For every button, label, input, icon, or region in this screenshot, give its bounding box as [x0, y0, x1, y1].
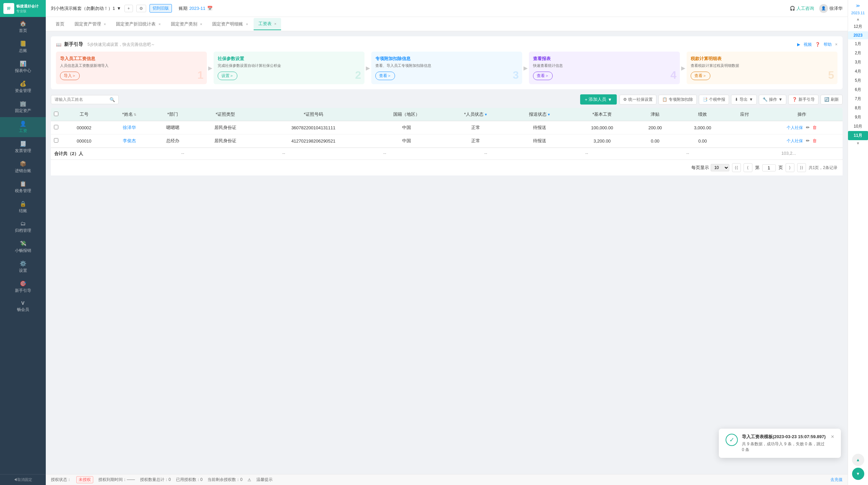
export-btn[interactable]: ⬇ 导出 ▼: [731, 95, 757, 105]
edit-icon[interactable]: ✏: [806, 125, 810, 130]
month-mar[interactable]: 3月: [848, 58, 868, 67]
row-checkbox-cell[interactable]: [51, 134, 61, 148]
month-jul[interactable]: 7月: [848, 94, 868, 104]
refresh-btn[interactable]: 🔄 刷新: [821, 95, 843, 105]
tab-asset-detail[interactable]: 固定资产明细账 ×: [208, 18, 253, 30]
warning-icon: ⚠: [248, 478, 251, 482]
unpin-button[interactable]: ◀取消固定: [0, 474, 46, 485]
tab-asset-category[interactable]: 固定资产类别 ×: [166, 18, 207, 30]
user-menu[interactable]: 👤 徐泽华: [819, 4, 843, 13]
month-jan[interactable]: 1月: [848, 39, 868, 49]
calendar-icon[interactable]: 📅: [207, 6, 213, 11]
add-account-button[interactable]: +: [124, 5, 133, 12]
tab-payroll[interactable]: 工资表 ×: [254, 18, 281, 30]
search-input[interactable]: [55, 97, 108, 102]
month-apr[interactable]: 4月: [848, 67, 868, 76]
row-checkbox-cell[interactable]: [51, 121, 61, 134]
panel-collapse-btn[interactable]: ≫: [854, 2, 862, 10]
sidebar-item-inventory[interactable]: 📦 进销台账: [0, 157, 46, 177]
page-input[interactable]: [762, 164, 776, 171]
tab-fixed-assets[interactable]: 固定资产管理 ×: [70, 18, 111, 30]
old-version-button[interactable]: 切到旧版: [150, 4, 172, 13]
step-4-btn[interactable]: 查看＞: [533, 72, 553, 80]
col-name[interactable]: *姓名 ⇅: [107, 108, 151, 121]
tab-close-icon[interactable]: ×: [104, 22, 106, 26]
tab-close-icon[interactable]: ×: [200, 22, 202, 26]
sidebar-item-funds[interactable]: 💰 资金管理: [0, 77, 46, 97]
employee-name-link[interactable]: 徐泽华: [123, 125, 136, 130]
step-2-btn[interactable]: 设置＞: [218, 72, 237, 80]
period-value[interactable]: 2023-11: [189, 6, 205, 11]
social-security-op-link[interactable]: 个人社保: [787, 138, 803, 143]
sidebar-item-reports[interactable]: 📊 报表中心: [0, 57, 46, 77]
add-employee-button[interactable]: + 添加人员 ▼: [580, 94, 617, 105]
month-feb[interactable]: 2月: [848, 49, 868, 58]
guide-close-button[interactable]: ×: [835, 42, 837, 47]
sidebar-item-member[interactable]: V 畅会员: [0, 297, 46, 316]
sidebar-item-tax[interactable]: 📋 税务管理: [0, 177, 46, 197]
select-all-header[interactable]: [51, 108, 61, 121]
step-3-btn[interactable]: 查看＞: [375, 72, 395, 80]
toast-close-button[interactable]: ×: [831, 434, 834, 440]
sidebar-item-archives[interactable]: 🗂 归档管理: [0, 217, 46, 237]
sidebar-item-fixed-assets[interactable]: 🏢 固定资产: [0, 97, 46, 117]
tab-home[interactable]: 首页: [51, 18, 69, 30]
sidebar-item-invoices[interactable]: 🧾 发票管理: [0, 137, 46, 157]
tab-depreciation[interactable]: 固定资产折旧统计表 ×: [111, 18, 165, 30]
employee-name-link[interactable]: 李俊杰: [123, 138, 136, 143]
panel-action-down[interactable]: ▼: [852, 468, 864, 480]
sidebar-item-ledger[interactable]: 📒 总账: [0, 37, 46, 57]
edit-icon[interactable]: ✏: [806, 138, 810, 143]
page-size-select[interactable]: 10 20 50 100: [711, 164, 729, 171]
sidebar-item-label: 结账: [19, 208, 27, 214]
tabbar: 首页 固定资产管理 × 固定资产折旧统计表 × 固定资产类别 × 固定资产明细账…: [46, 17, 848, 31]
operation-btn[interactable]: 🔧 操作 ▼: [759, 95, 786, 105]
row-checkbox[interactable]: [54, 125, 58, 129]
tab-close-icon[interactable]: ×: [246, 22, 248, 26]
sidebar-item-guide[interactable]: 🎯 新手引导: [0, 277, 46, 297]
delete-icon[interactable]: 🗑: [812, 138, 817, 143]
select-all-checkbox[interactable]: [54, 112, 58, 116]
step-5-btn[interactable]: 查看＞: [691, 72, 710, 80]
tax-report-btn[interactable]: 📑 个税申报: [699, 95, 729, 105]
search-box[interactable]: 🔍: [51, 95, 119, 104]
sidebar-item-home[interactable]: 🏠 首页: [0, 17, 46, 37]
row-checkbox[interactable]: [54, 138, 58, 143]
social-security-btn[interactable]: ⚙ 统一社保设置: [619, 95, 656, 105]
tab-close-icon[interactable]: ×: [274, 22, 276, 26]
month-oct[interactable]: 10月: [848, 122, 868, 131]
next-page-button[interactable]: ⟩: [786, 163, 794, 172]
invoices-icon: 🧾: [20, 141, 26, 147]
social-security-op-link[interactable]: 个人社保: [787, 125, 803, 130]
service-button[interactable]: 🎧 人工咨询: [790, 5, 814, 12]
month-sep[interactable]: 9月: [848, 113, 868, 122]
guide-btn[interactable]: ❓ 新手引导: [788, 95, 818, 105]
sidebar-item-expense[interactable]: 💸 小畅报销: [0, 237, 46, 257]
col-report-status[interactable]: 报送状态 ▼: [509, 108, 571, 121]
month-nov-current[interactable]: 11月: [848, 131, 868, 140]
settings-button[interactable]: ⚙: [136, 5, 146, 12]
month-jun[interactable]: 6月: [848, 85, 868, 94]
charge-link[interactable]: 去充值: [830, 477, 843, 483]
video-link[interactable]: 视频: [804, 42, 812, 48]
panel-action-up[interactable]: ▲: [852, 454, 864, 466]
tab-label: 固定资产折旧统计表: [116, 21, 156, 27]
first-page-button[interactable]: ⟨⟨: [732, 163, 741, 172]
year-next-button[interactable]: ▼: [848, 140, 868, 146]
step-1-btn[interactable]: 导入＞: [60, 72, 80, 80]
tab-close-icon[interactable]: ×: [158, 22, 160, 26]
account-selector[interactable]: 刘小艳演示账套（勿删勿动！）1 ▼: [51, 5, 121, 12]
sidebar-item-payroll[interactable]: 👤 工资: [0, 117, 46, 137]
sidebar-item-settings[interactable]: ⚙️ 设置: [0, 257, 46, 277]
help-link[interactable]: 帮助: [824, 42, 832, 48]
year-prev-button[interactable]: ▲: [848, 16, 868, 22]
last-page-button[interactable]: ⟩⟩: [797, 163, 806, 172]
month-aug[interactable]: 8月: [848, 104, 868, 113]
month-dec-prev[interactable]: 12月: [848, 22, 868, 31]
tax-deduction-btn[interactable]: 📋 专项附加扣除: [658, 95, 697, 105]
month-may[interactable]: 5月: [848, 76, 868, 85]
sidebar-item-closing[interactable]: 🔒 结账: [0, 197, 46, 217]
col-personnel-status[interactable]: *人员状态 ▼: [443, 108, 509, 121]
prev-page-button[interactable]: ⟨: [744, 163, 752, 172]
delete-icon[interactable]: 🗑: [812, 125, 817, 130]
